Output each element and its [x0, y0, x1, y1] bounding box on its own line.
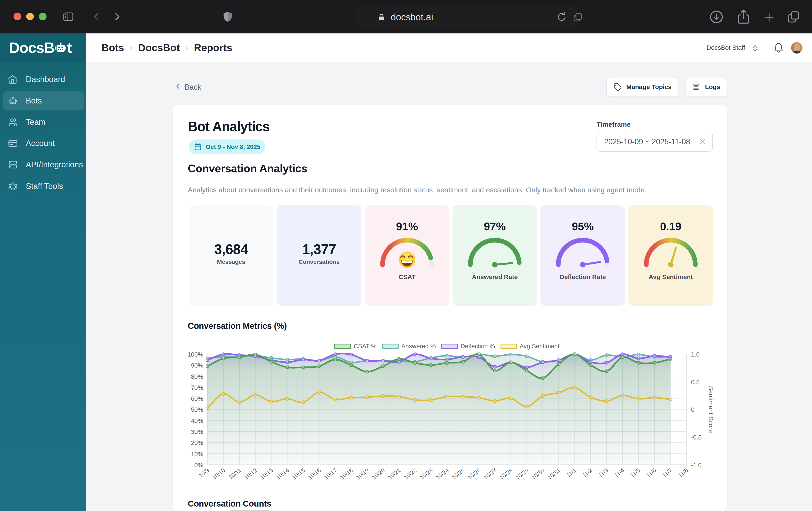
- svg-text:0: 0: [691, 406, 694, 413]
- svg-text:10/20: 10/20: [371, 467, 386, 481]
- svg-text:11/2: 11/2: [581, 467, 593, 479]
- svg-text:10/26: 10/26: [466, 467, 482, 481]
- svg-text:10/9: 10/9: [198, 467, 210, 479]
- svg-text:10/29: 10/29: [515, 467, 530, 481]
- svg-text:70%: 70%: [191, 384, 203, 391]
- svg-text:10/12: 10/12: [243, 467, 258, 481]
- svg-text:60%: 60%: [191, 395, 203, 402]
- svg-text:40%: 40%: [191, 418, 203, 424]
- svg-text:11/6: 11/6: [645, 467, 657, 479]
- svg-text:11/1: 11/1: [565, 467, 578, 479]
- svg-text:20%: 20%: [191, 439, 203, 446]
- svg-text:10/31: 10/31: [546, 467, 562, 481]
- svg-text:11/5: 11/5: [629, 467, 641, 479]
- svg-text:10/15: 10/15: [291, 467, 306, 481]
- svg-text:-1.0: -1.0: [691, 462, 702, 468]
- svg-text:0.5: 0.5: [691, 379, 699, 385]
- svg-text:-0.5: -0.5: [691, 434, 702, 441]
- svg-text:11/4: 11/4: [613, 467, 625, 479]
- svg-text:80%: 80%: [191, 373, 203, 380]
- svg-text:10/18: 10/18: [339, 467, 354, 481]
- svg-text:50%: 50%: [191, 406, 203, 413]
- svg-text:10/14: 10/14: [275, 467, 290, 481]
- svg-text:11/3: 11/3: [597, 467, 609, 479]
- svg-text:100%: 100%: [187, 351, 203, 358]
- svg-text:0%: 0%: [194, 462, 203, 468]
- svg-text:90%: 90%: [191, 362, 203, 369]
- svg-text:10/19: 10/19: [355, 467, 370, 481]
- svg-text:11/7: 11/7: [661, 467, 673, 479]
- svg-text:10/30: 10/30: [530, 467, 546, 481]
- svg-text:10/25: 10/25: [451, 467, 466, 481]
- svg-text:1.0: 1.0: [691, 351, 699, 358]
- svg-text:10/13: 10/13: [259, 467, 274, 481]
- svg-text:10/24: 10/24: [435, 467, 450, 481]
- svg-text:Sentiment Score: Sentiment Score: [707, 386, 715, 433]
- svg-text:10/21: 10/21: [387, 467, 402, 481]
- svg-text:10/28: 10/28: [498, 467, 514, 481]
- svg-text:10/17: 10/17: [323, 467, 338, 481]
- svg-text:10/27: 10/27: [483, 467, 498, 481]
- svg-text:11/8: 11/8: [677, 467, 689, 479]
- svg-text:10/16: 10/16: [307, 467, 322, 481]
- svg-text:10%: 10%: [191, 451, 203, 457]
- svg-text:10/22: 10/22: [403, 467, 418, 481]
- svg-text:10/10: 10/10: [211, 467, 226, 481]
- svg-text:10/11: 10/11: [228, 467, 242, 481]
- svg-text:10/23: 10/23: [419, 467, 434, 481]
- svg-text:30%: 30%: [191, 429, 203, 435]
